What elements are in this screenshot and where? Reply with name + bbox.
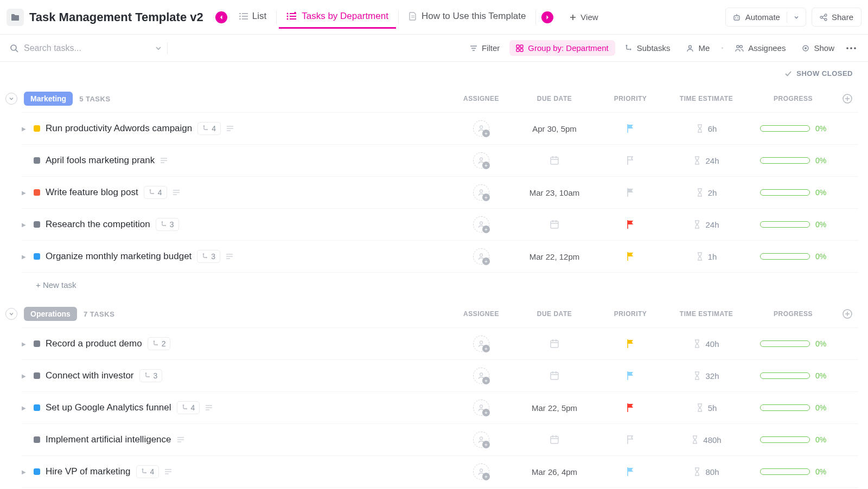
subtasks-chip[interactable]: 2 <box>148 337 171 350</box>
task-name[interactable]: Record a product demo <box>46 338 142 349</box>
show-button[interactable]: Show <box>795 40 841 56</box>
progress-cell[interactable]: 0% <box>760 467 826 476</box>
due-date-cell[interactable]: Mar 23, 10am <box>511 188 598 197</box>
expand-task-button[interactable]: ▶ <box>22 469 30 475</box>
task-row[interactable]: ▶ Write feature blog post 4 + Mar 23, 10… <box>22 177 858 209</box>
tab-how-to-use[interactable]: How to Use this Template <box>401 5 533 29</box>
due-date-cell[interactable] <box>511 435 598 445</box>
progress-cell[interactable]: 0% <box>760 156 826 165</box>
tab-list[interactable]: List <box>232 5 274 29</box>
priority-flag[interactable] <box>626 156 635 165</box>
assign-user-button[interactable]: + <box>473 432 489 448</box>
due-date-cell[interactable]: Mar 22, 5pm <box>511 403 598 413</box>
col-time-estimate[interactable]: TIME ESTIMATE <box>663 310 750 318</box>
expand-task-button[interactable]: ▶ <box>22 126 30 132</box>
priority-flag[interactable] <box>626 467 635 477</box>
status-square[interactable] <box>34 436 40 443</box>
due-date-cell[interactable] <box>511 156 598 165</box>
task-row[interactable]: ▶ Organize monthly marketing budget 3 + … <box>22 241 858 273</box>
status-square[interactable] <box>34 468 40 475</box>
assign-user-button[interactable]: + <box>473 248 489 265</box>
progress-cell[interactable]: 0% <box>760 371 826 380</box>
progress-cell[interactable]: 0% <box>760 124 826 133</box>
automate-button[interactable]: Automate <box>725 8 806 27</box>
expand-task-button[interactable]: ▶ <box>22 405 30 411</box>
task-row[interactable]: ▶ Research the competition 3 + <box>22 209 858 241</box>
description-icon[interactable] <box>177 436 184 443</box>
subtasks-chip[interactable]: 4 <box>144 186 167 199</box>
expand-task-button[interactable]: ▶ <box>22 222 30 228</box>
expand-task-button[interactable]: ▶ <box>22 190 30 196</box>
new-task-button[interactable]: + New task <box>5 273 858 297</box>
time-estimate[interactable]: 6h <box>696 124 717 133</box>
status-square[interactable] <box>34 189 40 196</box>
subtasks-button[interactable]: Subtasks <box>618 40 677 56</box>
task-row[interactable]: ▶ Run productivity Adwords campaign 4 + … <box>22 112 858 145</box>
description-icon[interactable] <box>164 468 172 475</box>
assign-user-button[interactable]: + <box>473 120 489 137</box>
progress-cell[interactable]: 0% <box>760 252 826 261</box>
assign-user-button[interactable]: + <box>473 400 489 416</box>
progress-cell[interactable]: 0% <box>760 188 826 197</box>
task-name[interactable]: Organize monthly marketing budget <box>46 251 192 262</box>
time-estimate[interactable]: 5h <box>696 403 717 413</box>
filter-button[interactable]: Filter <box>463 40 506 56</box>
assign-user-button[interactable]: + <box>473 368 489 384</box>
group-by-button[interactable]: Group by: Department <box>509 40 615 56</box>
due-date-cell[interactable]: Mar 26, 4pm <box>511 467 598 477</box>
nav-next-button[interactable] <box>541 11 553 23</box>
status-square[interactable] <box>34 340 40 347</box>
task-row[interactable]: ▶ Implement artificial intelligence + <box>22 424 858 456</box>
due-date-cell[interactable]: Apr 30, 5pm <box>511 124 598 133</box>
priority-flag[interactable] <box>626 124 635 133</box>
description-icon[interactable] <box>160 157 168 164</box>
task-name[interactable]: April fools marketing prank <box>46 155 155 166</box>
status-square[interactable] <box>34 404 40 411</box>
assign-user-button[interactable]: + <box>473 152 489 169</box>
add-view-button[interactable]: View <box>562 8 605 26</box>
me-button[interactable]: Me <box>680 40 716 56</box>
time-estimate[interactable]: 24h <box>693 220 719 229</box>
subtasks-chip[interactable]: 3 <box>139 369 163 382</box>
task-name[interactable]: Connect with investor <box>46 370 134 381</box>
expand-task-button[interactable]: ▶ <box>22 341 30 347</box>
subtasks-chip[interactable]: 4 <box>136 465 159 478</box>
assignees-button[interactable]: Assignees <box>729 40 792 56</box>
search-input[interactable] <box>24 43 150 53</box>
time-estimate[interactable]: 24h <box>693 156 719 165</box>
task-name[interactable]: Implement artificial intelligence <box>46 434 171 445</box>
task-row[interactable]: ▶ Hire VP of marketing 4 + Mar 26, 4pm <box>22 456 858 488</box>
priority-flag[interactable] <box>626 403 635 413</box>
description-icon[interactable] <box>173 189 180 196</box>
add-column-button[interactable] <box>837 309 858 319</box>
subtasks-chip[interactable]: 3 <box>156 218 179 231</box>
task-row[interactable]: ▶ Connect with investor 3 + <box>22 360 858 392</box>
time-estimate[interactable]: 32h <box>693 371 719 381</box>
priority-flag[interactable] <box>626 188 635 197</box>
due-date-cell[interactable]: Mar 22, 12pm <box>511 252 598 261</box>
assign-user-button[interactable]: + <box>473 216 489 233</box>
status-square[interactable] <box>34 157 40 164</box>
priority-flag[interactable] <box>626 371 635 381</box>
col-due-date[interactable]: DUE DATE <box>511 95 598 102</box>
page-title[interactable]: Task Management Template v2 <box>29 10 203 24</box>
task-row[interactable]: ▶ Set up Google Analytics funnel 4 + Mar… <box>22 392 858 424</box>
priority-flag[interactable] <box>626 220 635 229</box>
add-column-button[interactable] <box>837 94 858 104</box>
priority-flag[interactable] <box>626 339 635 349</box>
col-priority[interactable]: PRIORITY <box>598 310 663 318</box>
time-estimate[interactable]: 80h <box>693 467 719 477</box>
collapse-group-button[interactable] <box>5 308 17 320</box>
expand-task-button[interactable]: ▶ <box>22 373 30 379</box>
description-icon[interactable] <box>226 253 233 260</box>
priority-flag[interactable] <box>626 435 635 445</box>
progress-cell[interactable]: 0% <box>760 403 826 412</box>
description-icon[interactable] <box>205 404 213 411</box>
assign-user-button[interactable]: + <box>473 336 489 352</box>
group-name-badge[interactable]: Operations <box>24 307 77 321</box>
col-time-estimate[interactable]: TIME ESTIMATE <box>663 95 750 102</box>
col-progress[interactable]: PROGRESS <box>750 310 837 318</box>
due-date-cell[interactable] <box>511 220 598 229</box>
task-row[interactable]: ▶ April fools marketing prank + <box>22 145 858 177</box>
subtasks-chip[interactable]: 3 <box>197 250 220 263</box>
